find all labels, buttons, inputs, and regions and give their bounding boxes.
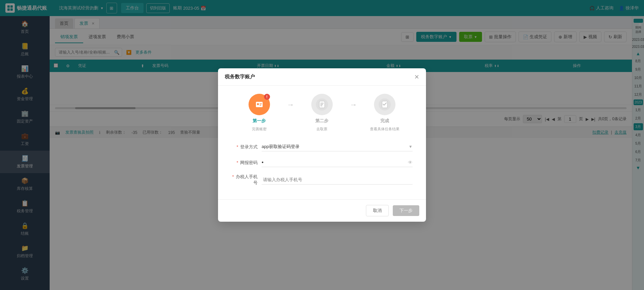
step-arrow-2: →	[350, 94, 357, 109]
modal-header: 税务数字账户 ✕	[218, 68, 426, 86]
phone-label: * 办税人手机号	[231, 174, 262, 186]
password-input[interactable]	[262, 159, 408, 165]
svg-rect-12	[320, 104, 323, 105]
svg-rect-8	[260, 105, 261, 105]
step3-label: 完成	[380, 118, 389, 124]
svg-rect-11	[320, 103, 324, 103]
phone-row: * 办税人手机号	[231, 174, 413, 186]
tax-digital-modal: 税务数字账户 ✕ !	[218, 68, 426, 222]
svg-rect-5	[256, 102, 263, 107]
login-method-row: * 登录方式 app获取验证码登录 ▼	[231, 142, 413, 151]
password-label: * 网报密码	[231, 160, 262, 166]
next-step-button[interactable]: 下一步	[393, 205, 419, 216]
stepper: ! 第一步 完善账密 →	[231, 94, 413, 132]
step2-label: 第二步	[315, 118, 328, 124]
svg-point-6	[257, 103, 259, 105]
password-required-mark: *	[236, 160, 238, 165]
phone-input[interactable]	[262, 175, 413, 185]
step1-label: 第一步	[253, 118, 266, 124]
modal-title: 税务数字账户	[225, 74, 255, 80]
modal-overlay[interactable]: 税务数字账户 ✕ !	[0, 0, 644, 290]
login-method-label: * 登录方式	[231, 144, 262, 150]
step1-icon: !	[249, 94, 270, 115]
step-2: 第二步 去取票	[294, 94, 350, 132]
login-required-mark: *	[236, 144, 238, 149]
step1-badge: !	[264, 94, 270, 100]
svg-rect-13	[320, 105, 322, 106]
step2-sublabel: 去取票	[316, 127, 327, 132]
password-eye-icon[interactable]: 👁	[408, 160, 413, 165]
modal-body: ! 第一步 完善账密 →	[218, 86, 426, 199]
step3-icon	[374, 94, 395, 115]
step2-icon	[311, 94, 333, 115]
modal-close-button[interactable]: ✕	[414, 74, 419, 80]
step-1: ! 第一步 完善账密	[231, 94, 287, 132]
step-arrow-1: →	[287, 94, 294, 109]
modal-footer: 取消 下一步	[218, 199, 426, 222]
cancel-button[interactable]: 取消	[366, 205, 389, 216]
phone-required-mark: *	[232, 174, 234, 179]
password-row: * 网报密码 👁	[231, 158, 413, 167]
step3-sublabel: 查看具体任务结果	[370, 127, 399, 132]
step-3: 完成 查看具体任务结果	[357, 94, 413, 132]
step1-sublabel: 完善账密	[252, 127, 267, 132]
svg-rect-7	[260, 103, 262, 104]
login-method-value: app获取验证码登录	[262, 144, 409, 150]
login-method-dropdown-icon: ▼	[409, 144, 413, 149]
password-field: 👁	[262, 158, 413, 167]
login-method-select[interactable]: app获取验证码登录 ▼	[262, 142, 413, 151]
